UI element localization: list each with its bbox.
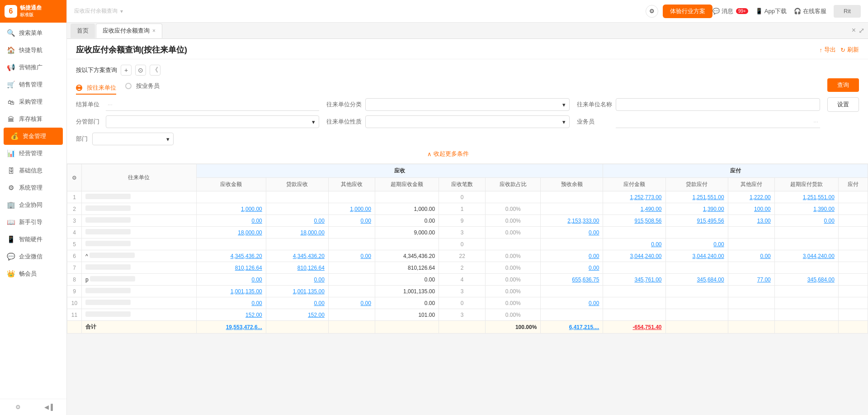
sidebar-item-hardware[interactable]: 📱 智能硬件	[0, 231, 66, 248]
sub-nav-staff-label: 按业务员	[136, 82, 160, 90]
sidebar-collapse-btn[interactable]: ◀▐	[35, 404, 62, 410]
logo-icon: 6	[5, 5, 17, 18]
th-ap-group: 应付	[603, 164, 868, 178]
filter-collapse-btn[interactable]: 《	[150, 65, 160, 76]
sidebar-label-marketing: 营销推广	[19, 63, 42, 72]
th-ap-loan: 贷款应付	[665, 178, 728, 191]
th-ar-overdue: 超期应收金额	[375, 178, 439, 191]
input-jiesuan[interactable]: ···	[106, 98, 319, 111]
sidebar: 6 畅捷通叁 标准版 🔍 搜索菜单 🏠 快捷导航 📢 营销推广 🛒 销售管理 🛍…	[0, 0, 67, 415]
table-row: 91,001,135.001,001,135.001,001,135.0030.…	[67, 286, 868, 297]
sidebar-label-wechat: 企业微信	[19, 253, 42, 261]
th-ar-count: 应收笔数	[439, 178, 486, 191]
tab-close-icon[interactable]: ×	[152, 28, 156, 34]
filter-area: 按以下方案查询 + ⊙ 《	[67, 59, 868, 164]
th-ap-other: 其他应付	[728, 178, 774, 191]
sidebar-item-enterprise[interactable]: 🏢 企业协同	[0, 196, 66, 214]
industry-btn[interactable]: 体验行业方案	[663, 5, 712, 18]
tab-arbalance[interactable]: 应收应付余额查询 ×	[96, 24, 162, 38]
filter-add-btn[interactable]: +	[121, 65, 132, 76]
table-row: 418,000.0018,000.009,000.0030.00%0.00	[67, 227, 868, 239]
sidebar-label-base: 基础信息	[19, 167, 42, 175]
sidebar-item-nav[interactable]: 🏠 快捷导航	[0, 42, 66, 59]
tab-home[interactable]: 首页	[71, 24, 95, 38]
app-download-btn[interactable]: 📱 App下载	[755, 7, 787, 15]
query-btn[interactable]: 查询	[827, 78, 859, 92]
footer-ap-amount[interactable]: -654,751.40	[603, 321, 665, 334]
maximize-btn[interactable]: ⤢	[859, 26, 864, 35]
add-icon: +	[124, 67, 128, 74]
sidebar-item-marketing[interactable]: 📢 营销推广	[0, 59, 66, 76]
breadcrumb-text: 应收应付余额查询	[74, 7, 118, 15]
message-label: 消息	[722, 7, 733, 15]
input-unit-name[interactable]	[616, 98, 820, 111]
sidebar-item-search[interactable]: 🔍 搜索菜单	[0, 24, 66, 42]
tab-arbalance-label: 应收应付余额查询	[103, 27, 150, 35]
user-avatar[interactable]: Rit	[834, 5, 861, 18]
marketing-icon: 📢	[6, 63, 15, 72]
sidebar-item-guide[interactable]: 📖 新手引导	[0, 214, 66, 231]
chevron-down-icon-2: ▾	[312, 119, 315, 125]
message-badge: 99+	[736, 8, 748, 14]
inventory-icon: 🏛	[6, 115, 15, 123]
collapse-more-btn[interactable]: ∧ 收起更多条件	[76, 150, 820, 158]
sidebar-item-purchase[interactable]: 🛍 采购管理	[0, 93, 66, 110]
finance-icon: 💰	[10, 132, 19, 140]
label-salesman: 业务员	[577, 118, 613, 126]
sidebar-item-system[interactable]: ⚙ 系统管理	[0, 179, 66, 196]
page-title: 应收应付余额查询(按往来单位)	[76, 44, 187, 55]
brand-name: 畅捷通叁	[20, 5, 42, 12]
filter-settings-btn[interactable]: ⊙	[135, 65, 146, 76]
online-service-btn[interactable]: 🎧 在线客服	[794, 7, 826, 15]
system-icon: ⚙	[6, 184, 15, 192]
tab-home-label: 首页	[77, 27, 89, 35]
refresh-btn[interactable]: ↻ 刷新	[840, 46, 859, 54]
input-salesman[interactable]: ···	[616, 115, 820, 128]
sub-nav-by-unit[interactable]: 按往来单位	[76, 82, 116, 95]
th-ap-overdue: 超期应付货款	[774, 178, 838, 191]
footer-ar-advance[interactable]: 6,417,215....	[541, 321, 603, 334]
table-row: 7810,126.64810,126.64810,126.6420.00%0.0…	[67, 262, 868, 274]
export-btn[interactable]: ↑ 导出	[820, 46, 836, 54]
guide-icon: 📖	[6, 218, 15, 226]
sidebar-item-member[interactable]: 👑 畅会员	[0, 265, 66, 282]
sidebar-item-finance[interactable]: 💰 资金管理	[4, 128, 63, 145]
chevron-down-icon-4: ▾	[166, 136, 170, 143]
filter-settings-icon: ⊙	[138, 67, 143, 74]
service-label: 在线客服	[803, 7, 826, 15]
th-ap-extra: 应付	[838, 178, 868, 191]
tabbar-right: × ⤢	[852, 26, 864, 35]
close-window-btn[interactable]: ×	[852, 26, 856, 35]
message-btn[interactable]: 💬 消息 99+	[712, 7, 748, 15]
sidebar-label-sales: 销售管理	[19, 81, 42, 89]
table-settings-icon[interactable]: ⚙	[72, 175, 77, 181]
sidebar-item-wechat[interactable]: 💬 企业微信	[0, 248, 66, 265]
avatar-text: Rit	[844, 8, 851, 14]
select-unit-class[interactable]: ▾	[365, 98, 570, 111]
sidebar-item-inventory[interactable]: 🏛 库存核算	[0, 110, 66, 128]
label-dept: 分管部门	[76, 118, 103, 126]
sidebar-label-system: 系统管理	[19, 184, 42, 192]
sidebar-item-base[interactable]: 🗄 基础信息	[0, 162, 66, 179]
set-btn[interactable]: 设置	[827, 97, 859, 112]
app-label: App下载	[764, 7, 787, 15]
footer-ar-amount[interactable]: 19,553,472,6...	[196, 321, 266, 334]
select-dept[interactable]: ▾	[106, 115, 319, 128]
sidebar-logo: 6 畅捷通叁 标准版	[0, 0, 66, 23]
th-settings[interactable]: ⚙	[67, 164, 82, 191]
footer-label: 合计	[82, 321, 197, 334]
wechat-icon: 💬	[6, 253, 15, 261]
select-unit-nature[interactable]: ▾	[365, 115, 570, 128]
chevron-down-icon: ▾	[562, 101, 566, 108]
table-row: 6^ 4,345,436.204,345,436.200.004,345,436…	[67, 250, 868, 262]
data-table: ⚙ 往来单位 应收 应付 应收金额 贷款应收 其他应收 超期应收金额 应收笔数 …	[67, 164, 868, 334]
radio-dot-staff	[125, 83, 132, 89]
sub-nav-unit-label: 按往来单位	[87, 84, 116, 92]
sidebar-settings-btn[interactable]: ⚙	[5, 404, 32, 410]
sidebar-item-sales[interactable]: 🛒 销售管理	[0, 76, 66, 93]
settings-gear-btn[interactable]: ⚙	[646, 5, 658, 18]
sidebar-item-operation[interactable]: 📊 经营管理	[0, 145, 66, 162]
sub-nav-by-staff[interactable]: 按业务员	[125, 80, 160, 93]
th-ar-ratio: 应收款占比	[486, 178, 541, 191]
select-bumon[interactable]: ▾	[92, 133, 174, 145]
